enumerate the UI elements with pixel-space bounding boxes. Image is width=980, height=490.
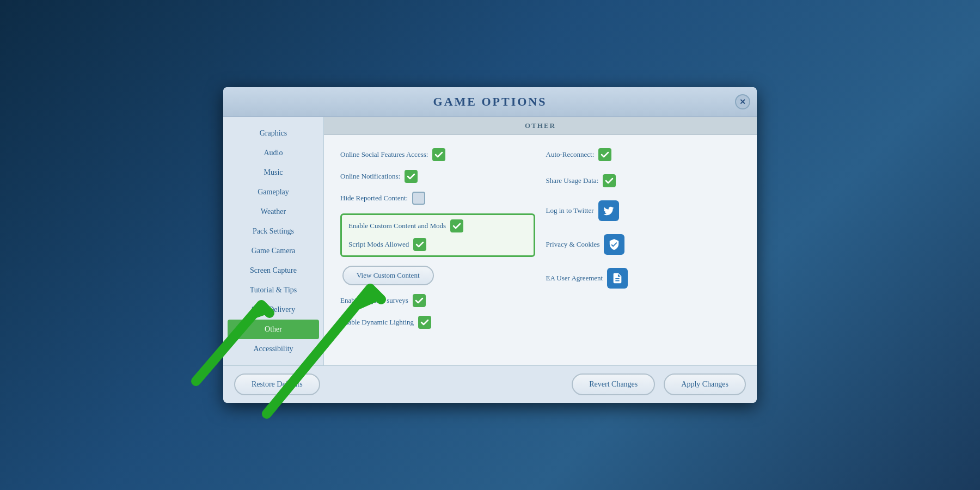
enable-surveys-label: Enable in-game surveys	[340, 296, 408, 305]
sidebar-item-audio[interactable]: Audio	[223, 143, 323, 163]
sidebar-item-pack-settings[interactable]: Pack Settings	[223, 222, 323, 241]
online-social-label: Online Social Features Access:	[340, 150, 428, 159]
share-usage-label: Share Usage Data:	[546, 176, 599, 185]
close-button[interactable]: ✕	[735, 94, 750, 109]
ea-agreement-button[interactable]	[607, 268, 628, 289]
footer-right-buttons: Revert Changes Apply Changes	[572, 373, 746, 395]
content-header: Other	[324, 117, 757, 135]
settings-columns: Online Social Features Access: Online No…	[340, 148, 740, 329]
title-bar: Game Options ✕	[223, 87, 757, 117]
privacy-cookies-label: Privacy & Cookies	[546, 240, 600, 249]
setting-script-mods: Script Mods Allowed	[348, 238, 527, 251]
online-notif-label: Online Notifications:	[340, 172, 400, 181]
sidebar-item-tutorial-tips[interactable]: Tutorial & Tips	[223, 280, 323, 300]
content-area: Online Social Features Access: Online No…	[324, 135, 757, 365]
sidebar-item-gameplay[interactable]: Gameplay	[223, 182, 323, 202]
sidebar-item-weather[interactable]: Weather	[223, 202, 323, 222]
setting-log-twitter: Log in to Twitter	[546, 200, 741, 221]
hide-reported-label: Hide Reported Content:	[340, 194, 408, 203]
view-custom-button[interactable]: View Custom Content	[342, 266, 434, 285]
sidebar: Graphics Audio Music Gameplay Weather Pa…	[223, 117, 324, 365]
share-usage-checkbox[interactable]	[603, 174, 616, 187]
script-mods-label: Script Mods Allowed	[348, 240, 409, 249]
privacy-button[interactable]	[604, 234, 624, 255]
enable-dynamic-checkbox[interactable]	[418, 316, 431, 329]
enable-custom-label: Enable Custom Content and Mods	[348, 222, 446, 230]
online-social-checkbox[interactable]	[432, 148, 445, 161]
restore-defaults-button[interactable]: Restore Defaults	[234, 373, 320, 395]
sidebar-item-game-camera[interactable]: Game Camera	[223, 241, 323, 261]
hide-reported-checkbox[interactable]	[412, 192, 425, 205]
view-custom-row: View Custom Content	[340, 266, 535, 285]
dialog-title: Game Options	[433, 95, 547, 109]
ea-user-agreement-label: EA User Agreement	[546, 274, 603, 283]
main-content: Other Online Social Features Access:	[324, 117, 757, 365]
dialog-body: Graphics Audio Music Gameplay Weather Pa…	[223, 117, 757, 365]
sidebar-item-accessibility[interactable]: Accessibility	[223, 339, 323, 359]
sidebar-item-sims-delivery[interactable]: Sims Delivery	[223, 300, 323, 320]
sidebar-item-music[interactable]: Music	[223, 163, 323, 182]
sidebar-item-graphics[interactable]: Graphics	[223, 124, 323, 143]
revert-changes-button[interactable]: Revert Changes	[572, 373, 655, 395]
script-mods-checkbox[interactable]	[413, 238, 426, 251]
enable-dynamic-label: Enable Dynamic Lighting	[340, 318, 414, 327]
setting-online-notif: Online Notifications:	[340, 170, 535, 183]
auto-reconnect-checkbox[interactable]	[598, 148, 611, 161]
enable-custom-checkbox[interactable]	[450, 219, 463, 232]
log-twitter-label: Log in to Twitter	[546, 206, 594, 215]
setting-hide-reported: Hide Reported Content:	[340, 192, 535, 205]
setting-privacy-cookies: Privacy & Cookies	[546, 234, 741, 255]
setting-enable-dynamic: Enable Dynamic Lighting	[340, 316, 535, 329]
dialog-footer: Restore Defaults Revert Changes Apply Ch…	[223, 365, 757, 403]
right-column: Auto-Reconnect: Share Usage Data:	[535, 148, 741, 329]
twitter-button[interactable]	[598, 200, 619, 221]
setting-share-usage: Share Usage Data:	[546, 174, 741, 187]
enable-surveys-checkbox[interactable]	[413, 294, 426, 307]
sidebar-item-other[interactable]: Other	[228, 320, 319, 339]
game-options-dialog: Game Options ✕ Graphics Audio Music Game…	[223, 87, 757, 403]
setting-enable-custom: Enable Custom Content and Mods	[348, 219, 527, 232]
online-notif-checkbox[interactable]	[405, 170, 418, 183]
setting-auto-reconnect: Auto-Reconnect:	[546, 148, 741, 161]
sidebar-item-screen-capture[interactable]: Screen Capture	[223, 261, 323, 280]
setting-enable-surveys: Enable in-game surveys	[340, 294, 535, 307]
highlighted-mods-box: Enable Custom Content and Mods Script Mo…	[340, 213, 535, 257]
apply-changes-button[interactable]: Apply Changes	[664, 373, 746, 395]
setting-online-social: Online Social Features Access:	[340, 148, 535, 161]
left-column: Online Social Features Access: Online No…	[340, 148, 535, 329]
auto-reconnect-label: Auto-Reconnect:	[546, 150, 595, 159]
setting-ea-user-agreement: EA User Agreement	[546, 268, 741, 289]
